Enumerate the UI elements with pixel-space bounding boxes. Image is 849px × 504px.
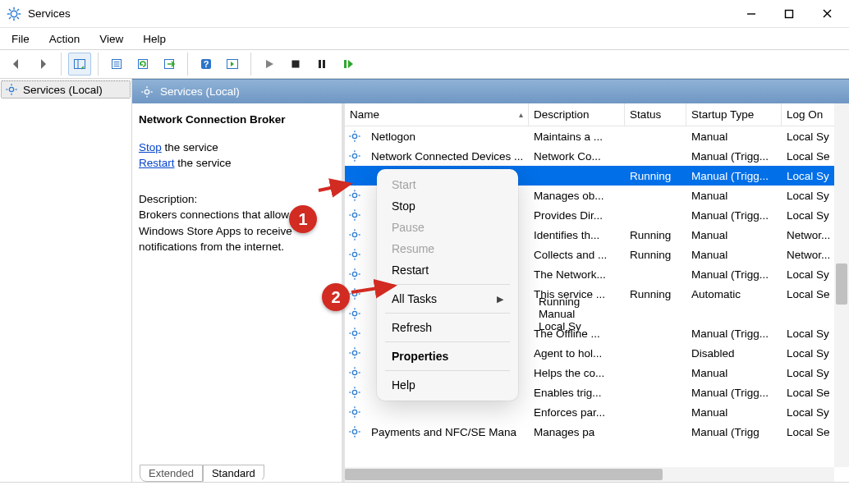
close-button[interactable] — [808, 2, 846, 26]
properties-button[interactable] — [105, 53, 128, 76]
pause-service-button[interactable] — [310, 53, 333, 76]
view-tabs: Extended Standard — [136, 465, 264, 483]
help-button[interactable]: ? — [195, 53, 218, 76]
toolbar-separator — [98, 53, 99, 76]
tree-pane: Services (Local) — [0, 79, 132, 482]
ctx-separator — [385, 284, 510, 285]
cell-name: Network Connected Devices ... — [366, 150, 529, 163]
service-row[interactable]: Payments and NFC/SE ManaManages paManual… — [345, 422, 849, 442]
stop-service-link[interactable]: Stop — [139, 141, 162, 153]
svg-point-113 — [352, 429, 356, 433]
svg-point-68 — [352, 252, 356, 256]
svg-point-0 — [11, 11, 17, 17]
start-service-button[interactable] — [258, 53, 281, 76]
pane-title: Services (Local) — [160, 85, 240, 98]
col-name[interactable]: Name▴ — [345, 103, 529, 126]
stop-service-button[interactable] — [284, 53, 307, 76]
ctx-restart[interactable]: Restart — [377, 259, 518, 281]
stop-service-link-line: Stop the service — [139, 140, 335, 156]
show-hide-console-tree-button[interactable] — [68, 53, 91, 76]
menu-view[interactable]: View — [91, 30, 131, 48]
svg-point-93 — [352, 351, 356, 355]
restart-service-button[interactable] — [337, 53, 360, 76]
annotation-2-badge: 2 — [322, 283, 350, 311]
svg-point-48 — [352, 173, 356, 177]
gear-icon — [140, 85, 154, 99]
refresh-button[interactable] — [131, 53, 154, 76]
ctx-properties[interactable]: Properties — [377, 346, 518, 367]
cell-description: The Network... — [529, 268, 625, 281]
main-pane: Services (Local) Network Connection Brok… — [132, 79, 849, 482]
gear-icon — [346, 128, 363, 144]
svg-rect-10 — [786, 10, 793, 17]
sort-asc-icon: ▴ — [519, 110, 523, 119]
svg-line-6 — [17, 16, 19, 18]
svg-rect-25 — [319, 60, 321, 68]
gear-icon — [346, 148, 363, 164]
tab-extended[interactable]: Extended — [140, 465, 203, 482]
cell-startup: Manual — [686, 367, 782, 379]
service-row[interactable]: Enforces par...ManualLocal Sy — [345, 402, 849, 422]
svg-rect-26 — [323, 60, 325, 68]
forward-button[interactable] — [31, 53, 54, 76]
svg-point-28 — [9, 87, 13, 91]
window-title: Services — [28, 7, 71, 20]
cell-startup: Manual (Trigg... — [686, 268, 782, 281]
ctx-separator — [385, 341, 510, 342]
menu-help[interactable]: Help — [135, 30, 174, 48]
restart-service-link[interactable]: Restart — [139, 157, 175, 169]
cell-startup: Manual — [686, 249, 782, 261]
svg-point-98 — [352, 370, 356, 374]
svg-point-63 — [352, 232, 356, 236]
show-hide-action-pane-button[interactable] — [221, 53, 244, 76]
export-list-button[interactable] — [158, 53, 181, 76]
cell-description: Collects and ... — [529, 249, 625, 261]
service-row[interactable]: NetlogonMaintains a ...ManualLocal Sy — [345, 126, 849, 146]
ctx-refresh[interactable]: Refresh — [377, 317, 518, 338]
scrollbar-thumb[interactable] — [836, 263, 847, 305]
tab-standard[interactable]: Standard — [203, 465, 264, 482]
maximize-button[interactable] — [770, 2, 808, 26]
svg-rect-27 — [344, 60, 346, 68]
gear-icon — [346, 404, 363, 420]
col-log-on-as[interactable]: Log On — [782, 103, 841, 126]
ctx-separator — [385, 313, 510, 314]
svg-point-73 — [352, 272, 356, 276]
back-button[interactable] — [5, 53, 28, 76]
cell-logon: Local Sy — [782, 170, 841, 182]
tree-root-label: Services (Local) — [23, 84, 103, 96]
menu-action[interactable]: Action — [41, 30, 89, 48]
selected-service-name: Network Connection Broker — [139, 112, 335, 128]
cell-startup: Manual — [686, 406, 782, 419]
content-area: Services (Local) Services (Local) Networ… — [0, 79, 849, 483]
cell-logon: Local Se — [782, 288, 841, 300]
gear-icon — [346, 384, 363, 401]
menu-bar: File Action View Help — [0, 28, 849, 49]
ctx-stop[interactable]: Stop — [377, 195, 518, 217]
cell-startup: Manual (Trigg... — [686, 387, 782, 399]
scrollbar-thumb[interactable] — [345, 469, 663, 480]
svg-point-58 — [352, 213, 356, 217]
service-row[interactable]: Network Connected Devices ...Network Co.… — [345, 146, 849, 166]
vertical-scrollbar[interactable] — [834, 103, 849, 467]
cell-status: Running — [534, 296, 595, 308]
tree-root-services-local[interactable]: Services (Local) — [1, 80, 131, 99]
services-list: Name▴ Description Status Startup Type Lo… — [345, 103, 849, 482]
minimize-button[interactable] — [732, 2, 770, 26]
gear-icon — [346, 325, 363, 341]
cell-name: Netlogon — [366, 131, 529, 143]
horizontal-scrollbar[interactable] — [345, 467, 834, 482]
cell-logon: Local Se — [782, 387, 841, 399]
annotation-1-arrow — [317, 179, 356, 197]
services-gear-icon — [7, 7, 21, 21]
toolbar-separator — [250, 53, 251, 76]
gear-icon — [346, 266, 363, 282]
ctx-separator — [385, 370, 510, 371]
cell-logon: Local Sy — [782, 268, 841, 281]
ctx-help[interactable]: Help — [377, 374, 518, 396]
col-status[interactable]: Status — [625, 103, 686, 126]
gear-icon — [346, 345, 363, 361]
col-startup-type[interactable]: Startup Type — [686, 103, 782, 126]
col-description[interactable]: Description — [529, 103, 625, 126]
menu-file[interactable]: File — [3, 30, 38, 48]
